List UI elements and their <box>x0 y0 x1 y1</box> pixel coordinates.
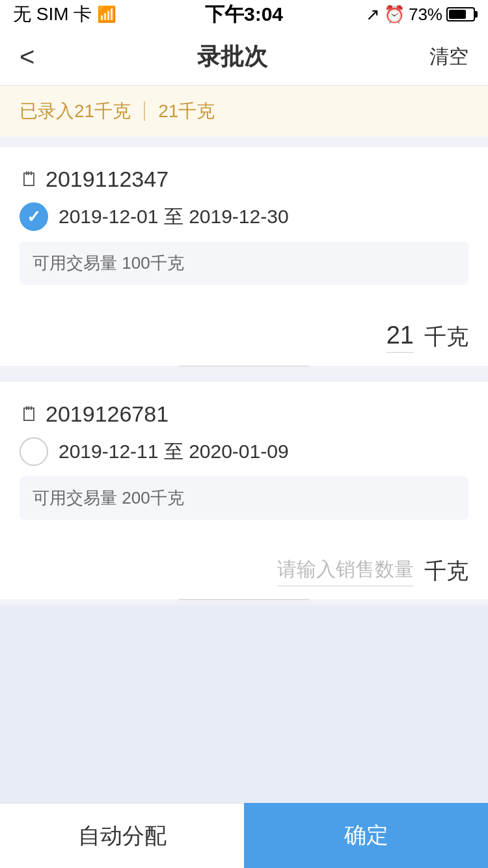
second-item-date: 2019-12-11 至 2020-01-09 <box>59 439 289 465</box>
first-item-quantity-row: 21 千克 <box>0 308 488 366</box>
info-banner: 已录入21千克 21千克 <box>0 86 488 137</box>
bottom-bar: 自动分配 确定 <box>0 803 488 868</box>
second-item-id: 2019126781 <box>46 401 169 427</box>
nav-bar: < 录批次 清空 <box>0 29 488 86</box>
status-bar: 无 SIM 卡 📶 下午3:04 ↗ ⏰ 73% <box>0 0 488 29</box>
wifi-icon: 📶 <box>97 5 116 23</box>
recorded-value: 21千克 <box>158 99 215 124</box>
banner-divider <box>144 102 145 121</box>
second-item-input-underline: 请输入销售数量 <box>277 556 414 586</box>
back-button[interactable]: < <box>20 42 34 72</box>
recorded-label: 已录入21千克 <box>20 99 131 124</box>
first-item-availability: 可用交易量 100千克 <box>33 253 184 273</box>
first-item-row[interactable]: 2019-12-01 至 2019-12-30 <box>20 202 468 231</box>
second-item-header: 🗒 2019126781 <box>20 401 468 427</box>
battery-icon <box>446 7 475 21</box>
first-separator <box>179 366 309 366</box>
first-item-availability-box: 可用交易量 100千克 <box>20 241 468 285</box>
second-item-quantity-row: 请输入销售数量 千克 <box>0 543 488 599</box>
first-item-input-underline: 21 <box>386 321 414 353</box>
first-item-unit: 千克 <box>424 322 468 352</box>
time-display: 下午3:04 <box>205 1 283 28</box>
location-icon: ↗ <box>366 5 380 25</box>
second-item-availability-box: 可用交易量 200千克 <box>20 476 468 520</box>
carrier-text: 无 SIM 卡 <box>13 2 92 27</box>
second-item-availability: 可用交易量 200千克 <box>33 488 184 508</box>
second-item-input-wrapper: 请输入销售数量 千克 <box>277 556 468 586</box>
document-icon: 🗒 <box>20 169 39 191</box>
second-item-unit: 千克 <box>424 556 468 586</box>
page-title: 录批次 <box>197 41 267 73</box>
first-item-id: 2019112347 <box>46 167 169 192</box>
clear-button[interactable]: 清空 <box>429 44 468 70</box>
alarm-icon: ⏰ <box>384 5 405 25</box>
second-item-radio[interactable] <box>20 437 48 466</box>
second-item-placeholder[interactable]: 请输入销售数量 <box>277 558 414 580</box>
second-item-row[interactable]: 2019-12-11 至 2020-01-09 <box>20 437 468 466</box>
first-item-quantity-value[interactable]: 21 <box>386 321 414 349</box>
battery-fill <box>449 10 466 19</box>
auto-assign-button[interactable]: 自动分配 <box>0 803 244 868</box>
status-right: ↗ ⏰ 73% <box>366 5 475 25</box>
second-separator <box>179 599 309 600</box>
status-left: 无 SIM 卡 📶 <box>13 2 116 27</box>
main-content: 🗒 2019112347 2019-12-01 至 2019-12-30 可用交… <box>0 137 488 868</box>
first-item-card: 🗒 2019112347 2019-12-01 至 2019-12-30 可用交… <box>0 147 488 308</box>
battery-percent: 73% <box>409 5 442 25</box>
first-item-date: 2019-12-01 至 2019-12-30 <box>59 204 289 230</box>
first-item-input-wrapper: 21 千克 <box>386 321 468 353</box>
confirm-button[interactable]: 确定 <box>244 803 488 868</box>
second-item-card: 🗒 2019126781 2019-12-11 至 2020-01-09 可用交… <box>0 382 488 543</box>
document-icon-2: 🗒 <box>20 403 39 426</box>
first-item-radio[interactable] <box>20 202 48 231</box>
card-divider <box>0 372 488 382</box>
first-item-header: 🗒 2019112347 <box>20 167 468 192</box>
